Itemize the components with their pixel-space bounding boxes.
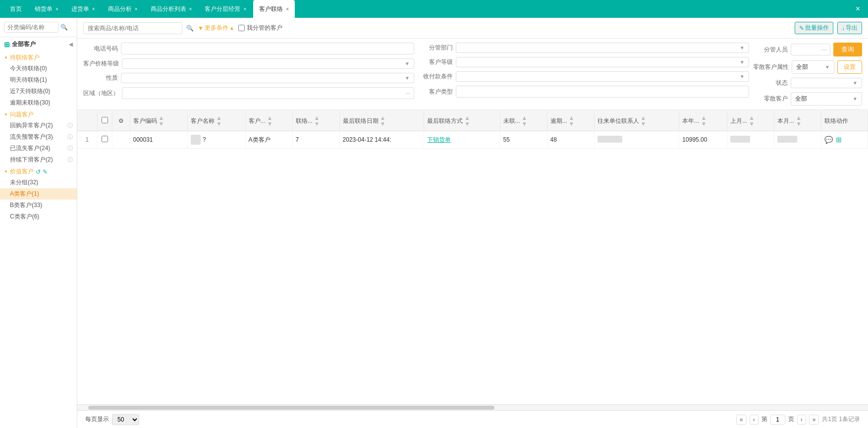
qr-icon[interactable]: ⊞ — [836, 136, 842, 144]
filter-select-sparse-attr[interactable]: 全部 ▼ — [792, 60, 834, 74]
filter-row-customer-type: 客户类型 — [418, 86, 749, 98]
sidebar-item-declining[interactable]: 持续下滑客户(2) ⓘ — [0, 154, 77, 165]
sidebar-all-customers[interactable]: ⊞ 全部客户 ◀ — [0, 37, 77, 52]
sidebar-item-overdue[interactable]: 逾期未联络(30) — [0, 97, 77, 108]
table-header-row: ⚙ 客户编码 ▲▼ 客户名称 ▲▼ — [77, 111, 868, 131]
nav-tab-customer-contact[interactable]: 客户联络 × — [253, 0, 295, 18]
filter-input-phone[interactable] — [121, 43, 414, 54]
setting-button[interactable]: 设置 — [837, 60, 862, 74]
window-close-button[interactable]: × — [852, 2, 864, 15]
last-page-button[interactable]: » — [809, 415, 819, 425]
close-sales-tab[interactable]: × — [55, 6, 58, 12]
sidebar-group-problem[interactable]: 问题客户 — [0, 108, 77, 120]
page-number-input[interactable] — [770, 415, 785, 425]
close-purchase-tab[interactable]: × — [92, 6, 95, 12]
sidebar-search-input[interactable] — [4, 22, 58, 33]
td-checkbox[interactable] — [97, 131, 112, 149]
sidebar-item-class-b[interactable]: B类客户(33) — [0, 200, 77, 211]
filter-input-customer-type[interactable] — [456, 86, 749, 98]
th-last-month[interactable]: 上月... ▲▼ — [727, 111, 774, 131]
nav-tab-product-list[interactable]: 商品分析列表 × — [145, 0, 198, 18]
filter-select-price-level[interactable]: ▼ — [122, 58, 414, 69]
filter-more-button[interactable]: ▼ 更多条件 ▲ — [198, 24, 234, 32]
th-last-contact-date[interactable]: 最后联络日期 ▲▼ — [339, 111, 424, 131]
prev-page-button[interactable]: ‹ — [750, 415, 759, 425]
filter-row-phone: 电话号码 — [83, 43, 414, 54]
refresh-icon[interactable]: ↺ — [36, 168, 41, 175]
td-last-month — [727, 131, 774, 149]
row-checkbox[interactable] — [102, 136, 108, 142]
filter-select-payment[interactable]: ▼ — [456, 71, 749, 82]
th-this-year[interactable]: 本年... ▲▼ — [679, 111, 727, 131]
filter-row-nature: 性质 ▼ — [83, 73, 414, 83]
query-button[interactable]: 查询 — [833, 43, 862, 56]
filter-row-sparse-customer: 零散客户 全部 ▼ — [753, 92, 862, 106]
th-name[interactable]: 客户名称 ▲▼ — [188, 111, 246, 131]
filter-select-nature[interactable]: ▼ — [121, 73, 414, 83]
edit-icon[interactable]: ✎ — [43, 168, 48, 175]
sidebar-item-today[interactable]: 今天待联络(0) — [0, 63, 77, 74]
close-customer-contact-tab[interactable]: × — [286, 6, 289, 12]
th-code[interactable]: 客户编码 ▲▼ — [130, 111, 188, 131]
sidebar-item-repurchase-abnormal[interactable]: 回购异常客户(2) ⓘ — [0, 120, 77, 131]
filter-row-customer-level: 客户等级 ▼ — [418, 57, 749, 67]
first-page-button[interactable]: « — [736, 415, 747, 425]
customer-table: ⚙ 客户编码 ▲▼ 客户名称 ▲▼ — [77, 111, 868, 149]
th-this-month[interactable]: 本月... ▲▼ — [774, 111, 821, 131]
filter-search-input[interactable] — [83, 22, 182, 34]
nav-tab-sales[interactable]: 销货单 × — [29, 0, 64, 18]
info-icon-repurchase: ⓘ — [67, 122, 73, 129]
th-last-contact-method[interactable]: 最后联络方式 ▲▼ — [424, 111, 500, 131]
filter-search-icon[interactable]: 🔍 — [186, 25, 194, 32]
sidebar-group-pending[interactable]: 待联络客户 — [0, 52, 77, 63]
sidebar-item-class-c[interactable]: C类客户(6) — [0, 211, 77, 222]
info-icon-churn: ⓘ — [67, 133, 73, 141]
sidebar-item-7days[interactable]: 近7天待联络(0) — [0, 86, 77, 97]
sidebar-item-tomorrow[interactable]: 明天待联络(1) — [0, 74, 77, 86]
nav-tab-customer-mgmt[interactable]: 客户分层经营 × — [199, 0, 252, 18]
sidebar-search-icon[interactable]: 🔍 — [60, 24, 68, 31]
sidebar-group-value[interactable]: 价值客户 ↺ ✎ — [0, 165, 77, 177]
th-settings[interactable]: ⚙ — [112, 111, 130, 131]
th-uncontacted[interactable]: 未联... ▲▼ — [500, 111, 547, 131]
next-page-button[interactable]: › — [797, 415, 806, 425]
th-overdue[interactable]: 逾期... ▲▼ — [547, 111, 594, 131]
sidebar-item-churned[interactable]: 已流失客户(24) ⓘ — [0, 143, 77, 154]
th-type[interactable]: 客户... ▲▼ — [245, 111, 292, 131]
td-action: 💬 ⊞ — [821, 131, 868, 149]
th-contact[interactable]: 联络... ▲▼ — [292, 111, 339, 131]
filter-select-region[interactable]: ··· — [122, 87, 414, 99]
select-all-checkbox[interactable] — [102, 117, 108, 123]
close-product-list-tab[interactable]: × — [189, 6, 192, 12]
close-product-analysis-tab[interactable]: × — [135, 6, 138, 12]
nav-tab-product-analysis[interactable]: 商品分析 × — [102, 0, 144, 18]
filter-label-payment: 收付款条件 — [418, 72, 453, 81]
table-settings-icon[interactable]: ⚙ — [118, 117, 124, 124]
my-customers-check-input[interactable] — [238, 25, 245, 31]
nav-tab-home[interactable]: 首页 — [4, 0, 28, 18]
export-button[interactable]: ↓ 导出 — [837, 22, 862, 34]
info-icon-churned: ⓘ — [67, 145, 73, 152]
page-size-select[interactable]: 50 100 200 — [112, 414, 139, 425]
filter-select-dept[interactable]: ▼ — [456, 43, 749, 53]
my-customers-checkbox[interactable]: 我分管的客户 — [238, 24, 282, 32]
filter-label-sparse-customer: 零散客户 — [753, 95, 788, 103]
filter-select-status[interactable]: ▼ — [791, 78, 862, 88]
th-checkbox[interactable] — [97, 111, 112, 131]
sidebar-item-unclassified[interactable]: 未分组(32) — [0, 177, 77, 188]
batch-operation-button[interactable]: ✎ 批量操作 — [795, 22, 833, 34]
sidebar-item-class-a[interactable]: A类客户(1) — [0, 188, 77, 200]
filter-select-sparse-customer[interactable]: 全部 ▼ — [791, 92, 862, 106]
scrollbar-thumb[interactable] — [88, 406, 494, 410]
nav-tab-purchase[interactable]: 进货单 × — [65, 0, 101, 18]
last-contact-link[interactable]: 下销货单 — [427, 136, 451, 143]
horizontal-scrollbar[interactable] — [77, 404, 868, 410]
message-icon[interactable]: 💬 — [824, 136, 833, 144]
close-customer-mgmt-tab[interactable]: × — [243, 6, 246, 12]
td-last-contact-method[interactable]: 下销货单 — [424, 131, 500, 149]
sidebar-item-churn-warning[interactable]: 流失预警客户(3) ⓘ — [0, 131, 77, 143]
th-unit-contact[interactable]: 往来单位联系人 ▲▼ — [594, 111, 679, 131]
filter-select-customer-level[interactable]: ▼ — [456, 57, 749, 67]
table-row: 1 000031 ? A类客户 7 — [77, 131, 868, 149]
filter-select-manager[interactable]: ··· — [791, 44, 830, 55]
